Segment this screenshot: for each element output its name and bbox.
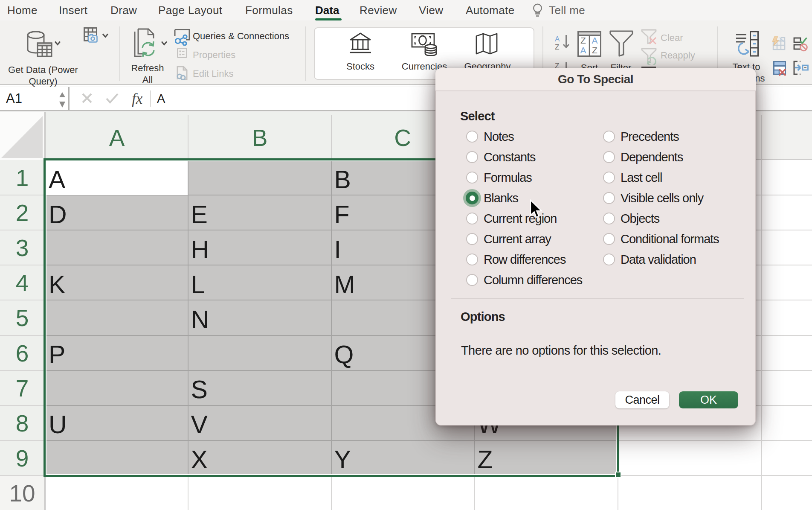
- svg-text:A: A: [592, 35, 598, 45]
- svg-text:Z: Z: [555, 62, 559, 69]
- svg-text:Z: Z: [580, 35, 586, 45]
- svg-text:Z: Z: [555, 43, 559, 50]
- svg-text:Z: Z: [592, 45, 597, 55]
- svg-text:A: A: [580, 45, 586, 55]
- svg-text:A: A: [555, 35, 560, 43]
